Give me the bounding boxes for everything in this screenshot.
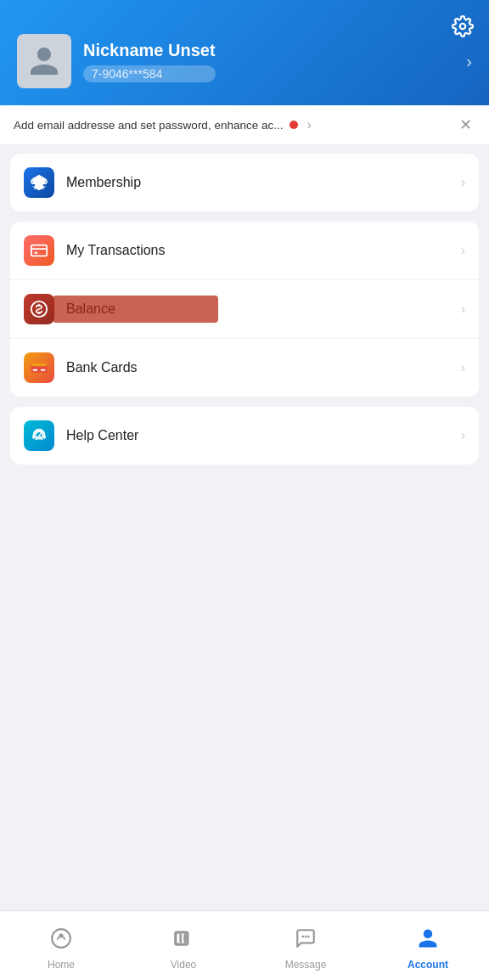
membership-menu-item[interactable]: Membership › — [10, 154, 479, 211]
transactions-icon — [24, 235, 54, 266]
balance-menu-item[interactable]: Balance › — [10, 280, 479, 339]
bankcards-chevron-icon: › — [461, 360, 465, 375]
svg-rect-11 — [32, 435, 35, 439]
bankcards-icon — [24, 352, 54, 383]
banner-dot-icon — [289, 121, 298, 129]
bankcards-label: Bank Cards — [66, 360, 461, 375]
home-icon — [50, 927, 72, 955]
user-nickname: Nickname Unset — [83, 41, 216, 60]
balance-label: Balance — [66, 301, 461, 317]
svg-rect-2 — [31, 245, 47, 256]
home-nav-label: Home — [48, 959, 75, 971]
banner-content: Add email addresse and set password, enh… — [14, 117, 456, 132]
transactions-label: My Transactions — [66, 243, 461, 258]
nav-item-account[interactable]: Account — [367, 911, 489, 980]
message-nav-label: Message — [285, 959, 327, 971]
membership-icon — [24, 167, 54, 198]
svg-rect-8 — [33, 369, 38, 371]
nav-item-message[interactable]: Message — [244, 911, 367, 980]
svg-point-0 — [460, 24, 466, 30]
balance-icon — [24, 294, 54, 324]
svg-point-13 — [52, 929, 70, 948]
svg-rect-12 — [43, 435, 46, 439]
helpcenter-label: Help Center — [66, 428, 461, 443]
video-icon — [172, 927, 194, 955]
transactions-menu-item[interactable]: My Transactions › — [10, 222, 479, 280]
balance-chevron-icon: › — [461, 301, 465, 317]
transactions-chevron-icon: › — [461, 243, 465, 258]
user-phone: 7-9046***584 — [83, 65, 216, 82]
helpcenter-menu-item[interactable]: Help Center › — [10, 407, 479, 465]
account-icon — [417, 927, 439, 955]
header: Nickname Unset 7-9046***584 › — [0, 0, 489, 105]
settings-button[interactable] — [452, 15, 474, 42]
membership-chevron-icon: › — [461, 175, 465, 190]
nav-item-video[interactable]: Video — [122, 911, 244, 980]
banner-message: Add email addresse and set password, enh… — [14, 119, 283, 132]
banner-chevron-icon: › — [306, 117, 311, 132]
svg-point-14 — [59, 934, 62, 937]
nav-item-home[interactable]: Home — [0, 911, 122, 980]
svg-rect-9 — [41, 369, 46, 371]
banner-close-button[interactable]: ✕ — [456, 115, 475, 134]
support-section: Help Center › — [10, 407, 479, 465]
user-info: Nickname Unset 7-9046***584 — [83, 41, 216, 82]
message-icon — [295, 927, 317, 955]
helpcenter-icon — [24, 420, 54, 451]
bottom-navigation: Home Video Message — [0, 910, 489, 980]
membership-section: Membership › — [10, 154, 479, 211]
video-nav-label: Video — [171, 959, 196, 971]
svg-rect-7 — [31, 363, 47, 367]
user-profile-section[interactable]: Nickname Unset 7-9046***584 — [17, 34, 216, 88]
profile-chevron-icon: › — [466, 52, 472, 71]
financial-section: My Transactions › Balance › Bank Cards › — [10, 222, 479, 397]
membership-label: Membership — [66, 175, 461, 190]
avatar — [17, 34, 71, 88]
bankcards-menu-item[interactable]: Bank Cards › — [10, 339, 479, 397]
helpcenter-chevron-icon: › — [461, 428, 465, 443]
account-nav-label: Account — [408, 959, 448, 971]
security-banner[interactable]: Add email addresse and set password, enh… — [0, 105, 489, 145]
